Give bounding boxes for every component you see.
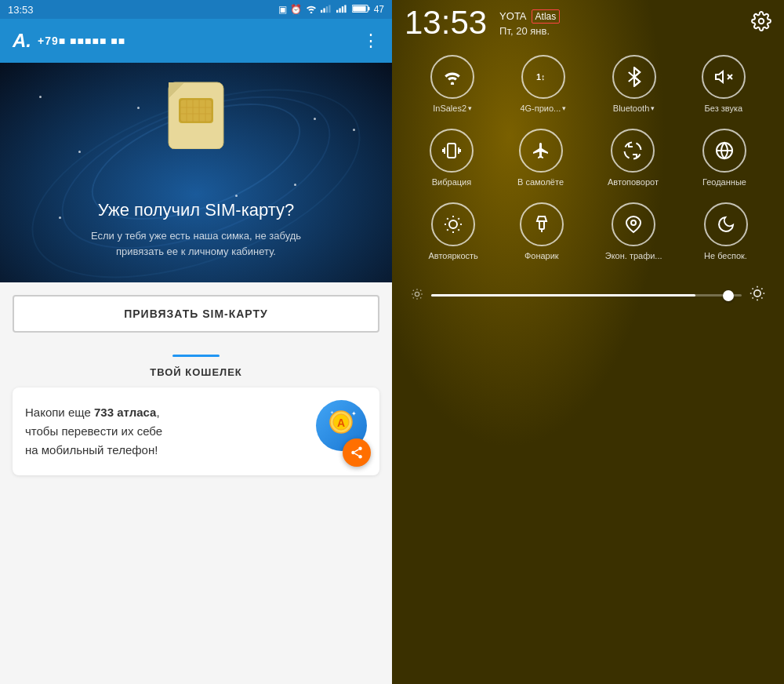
- svg-rect-5: [336, 9, 338, 12]
- qs-4g[interactable]: 1↕ 4G-прио... ▾: [520, 55, 566, 113]
- svg-rect-8: [344, 5, 346, 13]
- qs-silent-label: Без звука: [705, 104, 743, 113]
- svg-line-70: [420, 290, 421, 291]
- qs-4g-arrow: ▾: [562, 104, 566, 112]
- qs-bluetooth-label: Bluetooth ▾: [613, 104, 655, 113]
- wallet-icon-area: A ✦ ✦: [304, 400, 367, 463]
- divider-area: [0, 345, 392, 363]
- svg-point-33: [759, 18, 764, 24]
- wallet-section: ТВОЙ КОШЕЛЕК Накопи еще 733 атласа,чтобы…: [0, 363, 392, 485]
- wallet-amount: 733 атласа: [94, 406, 156, 419]
- wallet-title: ТВОЙ КОШЕЛЕК: [13, 366, 379, 378]
- svg-line-53: [447, 218, 448, 219]
- qs-airplane[interactable]: В самолёте: [517, 129, 564, 187]
- sim-button-area: ПРИВЯЗАТЬ SIM-КАРТУ: [0, 282, 392, 345]
- qs-brightness[interactable]: Автояркость: [428, 202, 477, 260]
- attach-sim-button[interactable]: ПРИВЯЗАТЬ SIM-КАРТУ: [13, 295, 379, 333]
- qs-flashlight[interactable]: Фонарик: [520, 202, 564, 260]
- qs-wifi-circle: [430, 55, 474, 99]
- header-menu-icon[interactable]: ⋮: [362, 31, 379, 51]
- svg-line-74: [753, 289, 753, 289]
- svg-rect-43: [448, 144, 456, 158]
- svg-point-62: [415, 292, 419, 296]
- qs-dnd[interactable]: Не беспок.: [704, 202, 748, 260]
- svg-rect-2: [323, 8, 325, 13]
- qs-row-1: InSales2 ▾ 1↕ 4G-прио... ▾: [408, 55, 768, 113]
- qs-wifi-arrow: ▾: [468, 104, 472, 112]
- qs-flashlight-circle: [520, 202, 564, 246]
- svg-point-34: [451, 82, 454, 86]
- svg-line-66: [420, 297, 421, 298]
- qs-autorotate-circle: [611, 129, 655, 173]
- qs-bluetooth-circle: [612, 55, 656, 99]
- qs-geodata-label: Геоданные: [702, 177, 746, 187]
- svg-line-31: [354, 453, 358, 456]
- app-logo: А.: [13, 30, 31, 52]
- brightness-high-icon: [750, 286, 765, 305]
- qs-autorotate-label: Автоповорот: [608, 177, 659, 187]
- signal-icon: [321, 4, 333, 16]
- qs-autorotate[interactable]: Автоповорот: [608, 129, 659, 187]
- svg-line-78: [753, 297, 753, 298]
- qs-wifi-label: InSales2 ▾: [433, 104, 472, 113]
- screen-icon: ▣: [278, 4, 287, 15]
- qs-datasaver-label: Экон. трафи...: [605, 251, 662, 260]
- qs-4g-circle: 1↕: [521, 55, 565, 99]
- qs-brightness-circle: [431, 202, 475, 246]
- status-time-left: 13:53: [8, 4, 34, 16]
- settings-button[interactable]: [751, 11, 771, 35]
- qs-vibrate[interactable]: Вибрация: [430, 129, 474, 187]
- operator-row: YOTA Atlas: [499, 9, 560, 24]
- left-panel: 13:53 ▣ ⏰: [0, 0, 392, 684]
- svg-line-79: [761, 289, 762, 289]
- svg-rect-59: [539, 221, 544, 229]
- brightness-thumb[interactable]: [723, 290, 734, 301]
- divider-line: [172, 355, 220, 357]
- sim-text-area: Уже получил SIM-карту? Если у тебя уже е…: [71, 200, 321, 259]
- status-icons-left: ▣ ⏰: [278, 4, 384, 16]
- phone-number: +79■ ■■■■■ ■■: [38, 35, 125, 47]
- qs-silent[interactable]: Без звука: [702, 55, 746, 113]
- wallet-card: Накопи еще 733 атласа,чтобы перевести их…: [13, 387, 379, 475]
- wifi-icon-status: [305, 4, 318, 16]
- qs-bluetooth[interactable]: Bluetooth ▾: [612, 55, 656, 113]
- quick-settings: InSales2 ▾ 1↕ 4G-прио... ▾: [392, 42, 784, 282]
- qs-datasaver[interactable]: Экон. трафи...: [605, 202, 662, 260]
- qs-wifi[interactable]: InSales2 ▾: [430, 55, 474, 113]
- date-text: Пт, 20 янв.: [499, 25, 560, 37]
- svg-rect-10: [368, 6, 369, 10]
- signal2-icon: [336, 4, 349, 16]
- wallet-text-line1: Накопи еще: [25, 406, 94, 419]
- qs-dnd-circle: [704, 202, 748, 246]
- right-time: 13:53: [405, 6, 487, 39]
- svg-line-75: [761, 297, 762, 298]
- alarm-icon: ⏰: [290, 4, 302, 15]
- brightness-track[interactable]: [431, 294, 742, 297]
- svg-line-57: [447, 229, 448, 230]
- qs-geodata[interactable]: Геоданные: [702, 129, 746, 187]
- right-panel: 13:53 YOTA Atlas Пт, 20 янв.: [392, 0, 784, 684]
- svg-point-29: [351, 451, 355, 455]
- battery-percent: 47: [374, 4, 384, 15]
- svg-rect-1: [321, 9, 322, 12]
- qs-vibrate-label: Вибрация: [432, 177, 471, 187]
- status-bar-left: 13:53 ▣ ⏰: [0, 0, 392, 19]
- qs-dnd-label: Не беспок.: [704, 251, 747, 260]
- share-fab-button[interactable]: [343, 438, 371, 467]
- qs-flashlight-label: Фонарик: [524, 251, 559, 260]
- notification-bar: 13:53 YOTA Atlas Пт, 20 янв.: [392, 0, 784, 42]
- svg-rect-6: [339, 8, 340, 13]
- qs-bluetooth-arrow: ▾: [651, 104, 655, 112]
- device-badge: Atlas: [532, 9, 561, 24]
- sim-card-image: [165, 71, 227, 152]
- svg-rect-11: [353, 5, 366, 11]
- header-left: А. +79■ ■■■■■ ■■: [13, 30, 125, 52]
- svg-rect-16: [180, 100, 212, 122]
- svg-point-61: [631, 220, 636, 225]
- sim-title: Уже получил SIM-карту?: [71, 200, 321, 220]
- svg-point-50: [449, 220, 457, 228]
- sim-section: Уже получил SIM-карту? Если у тебя уже е…: [0, 63, 392, 282]
- battery-icon: [352, 4, 371, 16]
- sim-description: Если у тебя уже есть наша симка, не забу…: [71, 228, 321, 259]
- qs-datasaver-circle: [612, 202, 655, 246]
